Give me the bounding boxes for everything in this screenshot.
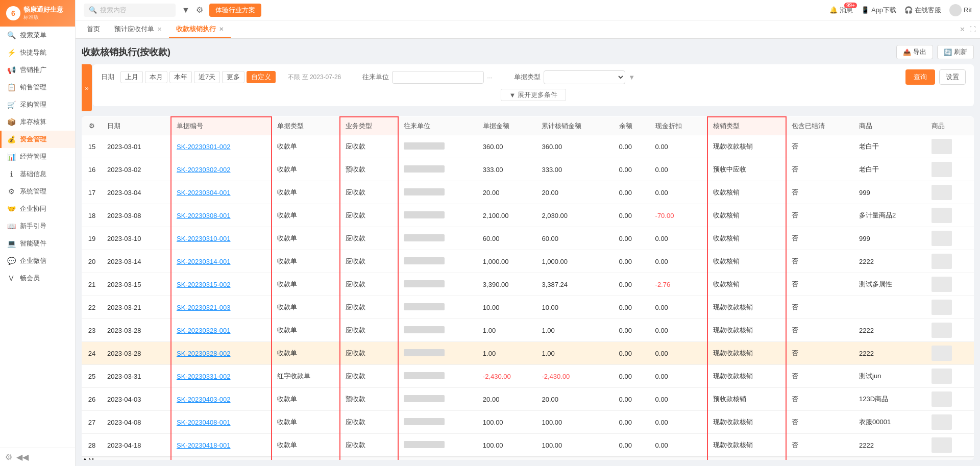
col-settings[interactable]: ⚙ <box>82 117 102 135</box>
cell-bill-type: 收款单 <box>272 204 340 227</box>
cell-balance: 0.00 <box>614 250 650 273</box>
filter-collapse-btn[interactable]: » <box>82 64 92 111</box>
footer-amount <box>478 457 537 460</box>
cell-product2 <box>926 158 974 181</box>
online-service[interactable]: 🎧 在线客服 <box>904 6 941 15</box>
topbar-search[interactable]: 🔍 搜索内容 <box>84 4 176 17</box>
cell-writeoff-type: 现款收款核销 <box>707 434 786 457</box>
table-row[interactable]: 16 2023-03-02 SK-20230302-002 收款单 预收款 33… <box>82 158 974 181</box>
table-row[interactable]: 20 2023-03-14 SK-20230314-001 收款单 应收款 1,… <box>82 250 974 273</box>
table-scroll[interactable]: ⚙ 日期 单据编号 单据类型 业务类型 往来单位 单据金额 累计核销金额 余额 … <box>82 116 974 460</box>
cell-bill-no[interactable]: SK-20230301-002 <box>171 135 272 158</box>
phone-icon: 📱 <box>861 6 869 14</box>
sidebar-item-member[interactable]: V 畅会员 <box>0 269 75 287</box>
sidebar-item-basic[interactable]: ℹ 基础信息 <box>0 165 75 183</box>
tab-receivable-close[interactable]: ✕ <box>157 26 162 33</box>
solution-button[interactable]: 体验行业方案 <box>209 4 261 17</box>
cell-bill-no[interactable]: SK-20230328-001 <box>171 319 272 342</box>
cell-include-settled: 否 <box>786 388 854 411</box>
counterpart-input[interactable] <box>392 71 484 84</box>
user-avatar-area[interactable]: Rit <box>949 4 972 16</box>
cell-bill-no[interactable]: SK-20230315-002 <box>171 273 272 296</box>
sidebar-item-finance[interactable]: 💰 资金管理 <box>0 131 75 148</box>
maximize-icon[interactable]: ⛶ <box>969 26 976 33</box>
sidebar-item-sales[interactable]: 📋 销售管理 <box>0 79 75 96</box>
cell-date: 2023-04-08 <box>102 411 171 434</box>
cell-bill-type: 收款单 <box>272 388 340 411</box>
cell-balance: 0.00 <box>614 411 650 434</box>
counterpart-filter-label: 往来单位 <box>362 72 389 82</box>
date-btn-7days[interactable]: 近7天 <box>194 71 220 83</box>
date-btn-custom[interactable]: 自定义 <box>247 71 276 83</box>
cell-amount: 2,100.00 <box>478 204 537 227</box>
sidebar-item-collab[interactable]: 🤝 企业协同 <box>0 200 75 217</box>
date-btn-this-year[interactable]: 本年 <box>169 71 192 83</box>
page-content: 收款核销执行(按收款) 📤 导出 🔄 刷新 » 日期 上月 <box>76 39 980 466</box>
close-all-icon[interactable]: ✕ <box>960 26 965 33</box>
cell-bill-type: 收款单 <box>272 158 340 181</box>
tab-home[interactable]: 首页 <box>80 21 107 38</box>
table-row[interactable]: 26 2023-04-03 SK-20230403-002 收款单 预收款 20… <box>82 388 974 411</box>
cell-bill-no[interactable]: SK-20230403-002 <box>171 388 272 411</box>
cell-include-settled: 否 <box>786 135 854 158</box>
export-button[interactable]: 📤 导出 <box>896 45 933 59</box>
tab-writeoff-close[interactable]: ✕ <box>219 26 224 33</box>
sidebar-item-inventory[interactable]: 📦 库存核算 <box>0 113 75 131</box>
query-button[interactable]: 查询 <box>905 69 935 85</box>
sidebar-item-quicknav[interactable]: ⚡ 快捷导航 <box>0 44 75 61</box>
cell-include-settled: 否 <box>786 411 854 434</box>
guide-icon: 📖 <box>7 222 16 230</box>
table-row[interactable]: 19 2023-03-10 SK-20230310-001 收款单 应收款 60… <box>82 227 974 250</box>
table-row[interactable]: 27 2023-04-08 SK-20230408-001 收款单 应收款 10… <box>82 411 974 434</box>
sidebar-item-operations[interactable]: 📊 经营管理 <box>0 148 75 165</box>
cell-product: 2222 <box>854 250 926 273</box>
filter-settings-button[interactable]: 设置 <box>939 69 966 85</box>
cell-cumulative: 1.00 <box>536 342 614 365</box>
collapse-icon[interactable]: ◀◀ <box>16 452 29 462</box>
table-row[interactable]: 15 2023-03-01 SK-20230301-002 收款单 应收款 36… <box>82 135 974 158</box>
cell-bill-no[interactable]: SK-20230302-002 <box>171 158 272 181</box>
date-btn-more[interactable]: 更多 <box>222 71 244 83</box>
cell-discount: 0.00 <box>650 319 708 342</box>
date-btn-this-month[interactable]: 本月 <box>145 71 167 83</box>
topbar-settings-icon[interactable]: ▼ <box>182 6 190 15</box>
sidebar-item-guide[interactable]: 📖 新手引导 <box>0 217 75 235</box>
cell-bill-no[interactable]: SK-20230408-001 <box>171 411 272 434</box>
col-bill-no: 单据编号 <box>171 117 272 135</box>
refresh-button[interactable]: 🔄 刷新 <box>937 45 974 59</box>
table-row[interactable]: 23 2023-03-28 SK-20230328-001 收款单 应收款 1.… <box>82 319 974 342</box>
app-download[interactable]: 📱 App下载 <box>861 6 896 15</box>
basic-icon: ℹ <box>7 170 16 178</box>
sidebar-item-marketing[interactable]: 📢 营销推广 <box>0 61 75 79</box>
date-btn-last-month[interactable]: 上月 <box>120 71 143 83</box>
cell-bill-no[interactable]: SK-20230321-003 <box>171 296 272 319</box>
gear-icon[interactable]: ⚙ <box>196 5 203 15</box>
cell-bill-no[interactable]: SK-20230308-001 <box>171 204 272 227</box>
operations-icon: 📊 <box>7 153 16 161</box>
sidebar-item-purchase[interactable]: 🛒 采购管理 <box>0 96 75 113</box>
sidebar-item-system[interactable]: ⚙ 系统管理 <box>0 183 75 200</box>
bill-type-select[interactable] <box>544 70 625 84</box>
table-row[interactable]: 25 2023-03-31 SK-20230331-002 红字收款单 应收款 … <box>82 365 974 388</box>
settings-bottom-icon[interactable]: ⚙ <box>5 452 12 462</box>
cell-bill-no[interactable]: SK-20230331-002 <box>171 365 272 388</box>
sidebar-item-search[interactable]: 🔍 搜索菜单 <box>0 27 75 44</box>
table-row[interactable]: 24 2023-03-28 SK-20230328-002 收款单 应收款 1.… <box>82 342 974 365</box>
tab-receivable[interactable]: 预计应收付单 ✕ <box>107 21 169 38</box>
cell-bill-no[interactable]: SK-20230328-002 <box>171 342 272 365</box>
table-row[interactable]: 22 2023-03-21 SK-20230321-003 收款单 应收款 10… <box>82 296 974 319</box>
table-row[interactable]: 18 2023-03-08 SK-20230308-001 收款单 应收款 2,… <box>82 204 974 227</box>
message-badge[interactable]: 🔔 消息 99+ <box>829 6 853 15</box>
cell-bill-no[interactable]: SK-20230418-001 <box>171 434 272 457</box>
tab-writeoff[interactable]: 收款核销执行 ✕ <box>169 21 231 38</box>
sidebar-item-hardware[interactable]: 💻 智能硬件 <box>0 235 75 252</box>
cell-bill-no[interactable]: SK-20230310-001 <box>171 227 272 250</box>
expand-filter-button[interactable]: ▼ 展开更多条件 <box>501 89 567 101</box>
table-row[interactable]: 28 2023-04-18 SK-20230418-001 收款单 应收款 10… <box>82 434 974 457</box>
cell-bill-no[interactable]: SK-20230304-001 <box>171 181 272 204</box>
table-row[interactable]: 17 2023-03-04 SK-20230304-001 收款单 应收款 20… <box>82 181 974 204</box>
cell-product: 2222 <box>854 319 926 342</box>
sidebar-item-weixin[interactable]: 💬 企业微信 <box>0 252 75 269</box>
table-row[interactable]: 21 2023-03-15 SK-20230315-002 收款单 应收款 3,… <box>82 273 974 296</box>
cell-bill-no[interactable]: SK-20230314-001 <box>171 250 272 273</box>
